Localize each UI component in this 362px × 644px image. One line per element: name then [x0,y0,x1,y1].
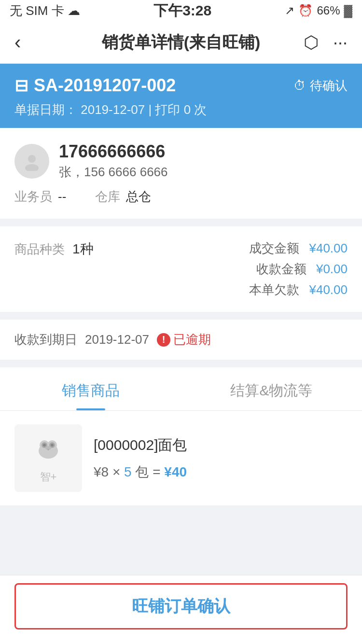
product-qty: 5 [124,464,132,479]
type-label: 商品种类 [14,241,65,258]
customer-details: 17666666666 张，156 6666 6666 [59,141,168,181]
summary-section: 商品种类 1种 成交金额 ¥40.00 收款金额 ¥0.00 本单欠款 ¥40.… [0,226,362,312]
confirm-order-button[interactable]: 旺铺订单确认 [14,583,348,630]
tabs-row: 销售商品 结算&物流等 [0,367,362,411]
amount-row: 成交金额 ¥40.00 [249,240,348,257]
product-name-text: 面包 [158,437,187,453]
debt-row: 本单欠款 ¥40.00 [249,281,348,298]
order-id-row: ⊟ SA-20191207-002 ⏱ 待确认 [14,75,348,96]
customer-phone: 17666666666 [59,141,168,162]
product-thumbnail: 智+ [14,424,82,492]
tabs-section: 销售商品 结算&物流等 [0,367,362,411]
date-label: 单据日期： [14,102,77,117]
order-date: 单据日期： 2019-12-07 | 打印 0 次 [14,101,348,118]
warehouse-label: 仓库 [95,188,120,205]
salesman-item: 业务员 -- [14,188,66,205]
order-icon: ⊟ [14,76,28,95]
sim-status: 无 SIM 卡 ☁ [10,2,80,19]
due-date-value: 2019-12-07 [85,332,149,347]
product-owl-icon [34,433,63,467]
overdue-dot-icon: ! [157,333,170,347]
received-label: 收款金额 [256,261,306,278]
bottom-bar: 旺铺订单确认 [0,575,362,644]
debt-value: ¥40.00 [309,282,348,297]
nav-bar: ‹ 销货单详情(来自旺铺) ⬡ ··· [0,21,362,64]
customer-name: 张，156 6666 6666 [59,164,168,181]
customer-section: 17666666666 张，156 6666 6666 业务员 -- 仓库 总仓 [0,128,362,219]
product-price: ¥8 [94,464,109,479]
tab-settlement-label: 结算&物流等 [230,382,312,398]
svg-point-0 [28,155,36,163]
order-header: ⊟ SA-20191207-002 ⏱ 待确认 单据日期： 2019-12-07… [0,64,362,128]
date-value: 2019-12-07 [81,102,145,117]
status-right: ↗ ⏰ 66% ▓ [285,4,352,17]
received-row: 收款金额 ¥0.00 [256,261,348,278]
battery-level: 66% [317,4,340,17]
due-date-section: 收款到期日 2019-12-07 ! 已逾期 [0,320,362,360]
summary-row: 商品种类 1种 成交金额 ¥40.00 收款金额 ¥0.00 本单欠款 ¥40.… [14,240,348,298]
product-thumb-text: 智+ [40,470,57,484]
avatar [14,144,49,179]
status-time: 下午3:28 [153,1,211,21]
product-unit: 包 [135,464,149,479]
svg-point-1 [25,164,39,171]
type-count: 1种 [72,240,94,258]
warehouse-item: 仓库 总仓 [95,188,151,205]
svg-point-8 [51,444,54,447]
debt-label: 本单欠款 [249,281,299,298]
product-total: ¥40 [164,464,187,479]
multiply-sign: × [112,464,124,479]
location-icon: ↗ [285,4,294,17]
status-bar: 无 SIM 卡 ☁ 下午3:28 ↗ ⏰ 66% ▓ [0,0,362,21]
product-type: 商品种类 1种 [14,240,94,258]
svg-point-7 [43,444,46,447]
product-name: [0000002]面包 [94,435,348,455]
amount-value: ¥40.00 [309,241,348,256]
product-info: [0000002]面包 ¥8 × 5 包 = ¥40 [94,435,348,481]
confirm-button-label: 旺铺订单确认 [132,595,230,617]
amount-label: 成交金额 [249,240,299,257]
tab-settlement[interactable]: 结算&物流等 [181,367,362,410]
overdue-text: 已逾期 [173,331,211,348]
print-info: | 打印 0 次 [148,102,207,117]
more-icon[interactable]: ··· [333,32,348,53]
status-left: 无 SIM 卡 ☁ [10,2,80,19]
share-icon[interactable]: ⬡ [304,32,319,53]
product-item: 智+ [0000002]面包 ¥8 × 5 包 = ¥40 [0,411,362,506]
order-id: ⊟ SA-20191207-002 [14,75,176,96]
order-status: ⏱ 待确认 [293,77,348,94]
back-button[interactable]: ‹ [14,31,43,53]
overdue-badge: ! 已逾期 [157,331,211,348]
page-title: 销货单详情(来自旺铺) [102,31,261,54]
alarm-icon: ⏰ [298,4,313,17]
salesman-label: 业务员 [14,188,52,205]
due-label: 收款到期日 [14,331,77,348]
warehouse-value: 总仓 [126,188,151,205]
customer-row: 17666666666 张，156 6666 6666 [14,141,348,181]
product-code: [0000002] [94,437,158,453]
salesman-value: -- [58,189,66,204]
amounts: 成交金额 ¥40.00 收款金额 ¥0.00 本单欠款 ¥40.00 [249,240,348,298]
customer-meta: 业务员 -- 仓库 总仓 [14,188,348,205]
battery-icon: ▓ [344,4,353,17]
nav-actions: ⬡ ··· [304,32,348,53]
product-list: 智+ [0000002]面包 ¥8 × 5 包 = ¥40 [0,411,362,506]
status-text: 待确认 [310,77,348,94]
equals-sign: = [153,464,164,479]
received-value: ¥0.00 [316,262,348,277]
product-price-row: ¥8 × 5 包 = ¥40 [94,463,348,481]
order-id-text: SA-20191207-002 [34,75,176,96]
thumb-inner: 智+ [34,433,63,484]
clock-icon: ⏱ [293,78,306,93]
tab-sales-products[interactable]: 销售商品 [0,367,181,410]
tab-sales-label: 销售商品 [62,382,120,398]
